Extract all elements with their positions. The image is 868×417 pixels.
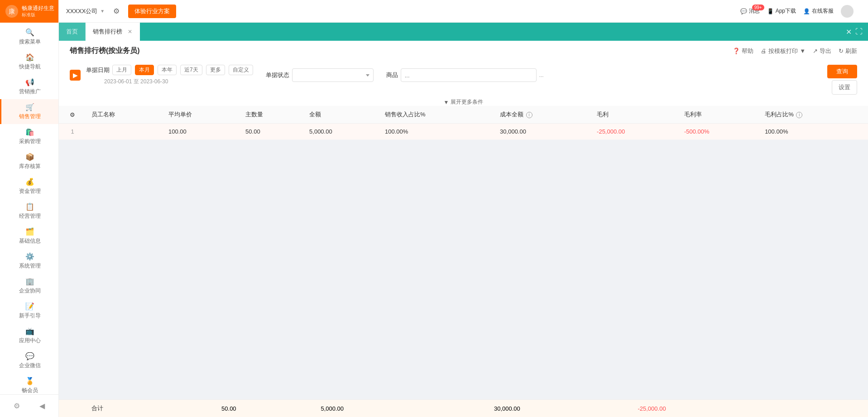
query-btn[interactable]: 查询: [827, 65, 857, 78]
sidebar-item-7[interactable]: 📋 经营管理: [0, 199, 58, 224]
date-btn-custom[interactable]: 自定义: [229, 65, 253, 75]
page-actions: ❓ 帮助 🖨 按模板打印 ▼ ↗ 导出 ↻ 刷新: [733, 47, 857, 55]
date-btn-this-year[interactable]: 本年: [158, 65, 177, 75]
sidebar-item-5[interactable]: 📦 库存核算: [0, 149, 58, 174]
company-arrow-icon: ▼: [100, 9, 105, 14]
sidebar-icon-5: 📦: [25, 153, 34, 161]
sidebar-label-6: 资金管理: [19, 187, 41, 195]
sidebar-item-8[interactable]: 🗂️ 基础信息: [0, 224, 58, 249]
sidebar-item-11[interactable]: 📝 新手引导: [0, 298, 58, 323]
sidebar-item-9[interactable]: ⚙️ 系统管理: [0, 249, 58, 273]
filter-expand-btn[interactable]: ▶: [70, 70, 81, 81]
date-btn-7days[interactable]: 近7天: [180, 65, 202, 75]
total-avg-price: [174, 400, 216, 417]
sidebar-icon-13: 💬: [25, 352, 34, 360]
avatar[interactable]: [841, 5, 854, 18]
topbar-settings-btn[interactable]: ⚙: [110, 5, 123, 18]
help-btn[interactable]: ❓ 帮助: [733, 47, 753, 55]
expand-more-icon: ▼: [444, 99, 449, 105]
sidebar-item-2[interactable]: 📢 营销推广: [0, 74, 58, 99]
total-sales-pct: [446, 400, 489, 417]
tab-maximize-icon[interactable]: ⛶: [855, 28, 863, 36]
collapse-icon[interactable]: ◀: [39, 402, 45, 410]
goods-filter-group: 商品 ...: [386, 68, 544, 82]
data-table: ⚙ 员工名称 平均单价 主数量 全额 销售收入占比% 成本全额 i 毛利 毛利率…: [59, 106, 868, 140]
sidebar-item-10[interactable]: 🏢 企业协同: [0, 273, 58, 298]
sidebar-label-1: 快捷导航: [19, 63, 41, 71]
col-settings-header[interactable]: ⚙: [59, 106, 86, 124]
print-arrow-icon: ▼: [800, 48, 806, 54]
table-scroll[interactable]: ⚙ 员工名称 平均单价 主数量 全额 销售收入占比% 成本全额 i 毛利 毛利率…: [59, 106, 868, 399]
expand-more-row: ▼ 展开更多条件: [70, 95, 857, 106]
gross-pct-info-icon[interactable]: i: [796, 112, 802, 118]
sidebar-icon-12: 📺: [25, 327, 34, 336]
content-area: 销售排行榜(按业务员) ❓ 帮助 🖨 按模板打印 ▼ ↗ 导出: [59, 41, 868, 417]
sidebar-icon-14: 🏅: [25, 377, 34, 385]
message-icon: 💬: [740, 8, 747, 14]
tab-close-icon[interactable]: ✕: [128, 29, 132, 35]
total-gross: -25,000.00: [632, 400, 783, 417]
sidebar-item-13[interactable]: 💬 企业微信: [0, 348, 58, 373]
sidebar-item-0[interactable]: 🔍 搜索菜单: [0, 24, 58, 49]
sidebar-label-7: 经营管理: [19, 212, 41, 220]
sidebar-label-2: 营销推广: [19, 88, 41, 96]
cell-name: [86, 124, 163, 140]
settings-btn2[interactable]: 设置: [832, 80, 857, 95]
total-qty: 50.00: [216, 400, 315, 417]
app-icon: 📱: [767, 8, 774, 14]
status-select[interactable]: [292, 68, 374, 82]
total-amount: 5,000.00: [315, 400, 446, 417]
sidebar-item-4[interactable]: 🛍️ 采购管理: [0, 124, 58, 149]
tab-sales-ranking[interactable]: 销售排行榜 ✕: [86, 23, 140, 41]
export-btn[interactable]: ↗ 导出: [813, 47, 831, 55]
refresh-icon: ↻: [839, 48, 844, 54]
logo-sub: 标准版: [22, 12, 54, 18]
online-service-btn[interactable]: 👤 在线客服: [803, 7, 834, 15]
cell-index: 1: [59, 124, 86, 140]
tab-close-window-icon[interactable]: ✕: [846, 28, 852, 36]
refresh-btn[interactable]: ↻ 刷新: [839, 47, 857, 55]
sidebar-item-12[interactable]: 📺 应用中心: [0, 323, 58, 348]
tab-home-label: 首页: [66, 28, 78, 36]
tab-home[interactable]: 首页: [59, 23, 86, 41]
company-selector[interactable]: XXXXX公司 ▼: [66, 7, 105, 15]
print-btn[interactable]: 🖨 按模板打印 ▼: [761, 47, 806, 55]
cost-info-icon[interactable]: i: [526, 112, 532, 118]
sidebar-label-10: 企业协同: [19, 287, 41, 295]
total-row: 合计 50.00 5,000.00 30,000.00 -25,000.00: [59, 400, 868, 417]
sidebar-item-3[interactable]: 🛒 销售管理: [0, 99, 58, 124]
topbar-right: 💬 消息 99+ 📱 App下载 👤 在线客服: [740, 5, 861, 18]
cell-gross-pct: 100.00%: [759, 124, 868, 140]
message-btn[interactable]: 💬 消息 99+: [740, 7, 760, 15]
total-gross-rate: [784, 400, 826, 417]
date-filter-group: 单据日期 上月 本月 本年 近7天 更多 自定义 2023-06-0: [86, 65, 253, 86]
sidebar-label-5: 库存核算: [19, 163, 41, 170]
help-label: 帮助: [742, 47, 753, 55]
sidebar-icon-11: 📝: [25, 302, 34, 311]
cell-cost: 30,000.00: [494, 124, 591, 140]
date-btn-more[interactable]: 更多: [206, 65, 225, 75]
status-filter-label: 单据状态: [266, 71, 289, 79]
goods-filter-input[interactable]: [401, 68, 537, 82]
sidebar-icon-2: 📢: [25, 78, 34, 86]
app-download-btn[interactable]: 📱 App下载: [767, 7, 796, 15]
col-gross-header: 毛利: [591, 106, 679, 124]
goods-more-btn[interactable]: ...: [539, 72, 544, 78]
sidebar-nav: 🔍 搜索菜单 🏠 快捷导航 📢 营销推广 🛒 销售管理 🛍️ 采购管理 📦 库存…: [0, 23, 58, 394]
sidebar-item-14[interactable]: 🏅 畅会员: [0, 373, 58, 394]
expand-more-btn[interactable]: ▼ 展开更多条件: [444, 98, 484, 106]
main-content: XXXXX公司 ▼ ⚙ 体验行业方案 💬 消息 99+ 📱 App下载 👤 在线…: [59, 0, 868, 417]
date-btn-this-month[interactable]: 本月: [135, 65, 154, 75]
sidebar-icon-10: 🏢: [25, 277, 34, 286]
sidebar-item-6[interactable]: 💰 资金管理: [0, 174, 58, 199]
col-amount-header: 全额: [304, 106, 379, 124]
total-cost: 30,000.00: [489, 400, 633, 417]
filter-actions: 查询 设置: [827, 65, 857, 95]
date-btn-last-month[interactable]: 上月: [112, 65, 131, 75]
settings-icon[interactable]: ⚙: [14, 402, 20, 410]
cell-gross: -25,000.00: [591, 124, 679, 140]
sidebar-item-1[interactable]: 🏠 快捷导航: [0, 49, 58, 74]
sidebar-label-12: 应用中心: [19, 337, 41, 345]
trial-btn[interactable]: 体验行业方案: [128, 5, 176, 18]
page-top-section: 销售排行榜(按业务员) ❓ 帮助 🖨 按模板打印 ▼ ↗ 导出: [59, 41, 868, 106]
